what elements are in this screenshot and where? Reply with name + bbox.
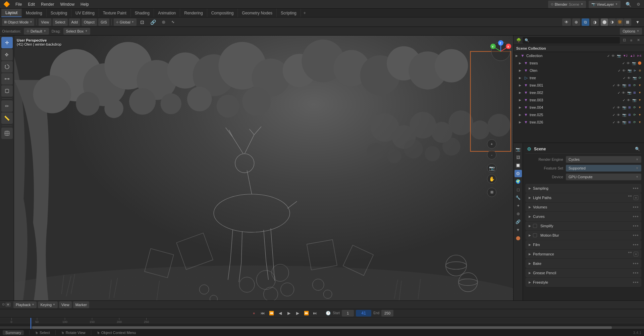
motion-blur-checkbox[interactable] [533,233,537,237]
tab-uv-editing[interactable]: UV Editing [71,9,99,17]
trees-render[interactable]: 📷 [632,61,636,65]
timeline-strip[interactable]: 0 50 100 150 200 250 [0,318,644,329]
trees-check[interactable]: ✓ [622,61,625,65]
blender-logo-btn[interactable]: 🔶 [1,1,12,7]
prop-scene-btn[interactable]: ⚙ [515,170,522,177]
viewport-gizmo[interactable]: Z X Y [489,40,509,60]
record-btn[interactable]: ● [251,310,257,317]
zoom-out-btn[interactable]: - [487,150,496,159]
jump-back-btn[interactable]: ⏪ [268,310,275,317]
view-menu-btn[interactable]: View [39,18,51,26]
simplify-section-header[interactable]: ▶ Simplify [526,222,641,230]
outliner-close-btn[interactable]: ✕ [635,37,641,43]
jump-start-btn[interactable]: ⏮ [259,310,266,317]
tree-render[interactable]: 📷 [632,76,637,80]
render-menu[interactable]: Render [38,1,57,7]
device-selector[interactable]: GPU Compute ▼ [566,174,641,180]
sampling-section-header[interactable]: ▶ Sampling [526,184,641,192]
tree001-check[interactable]: ✓ [612,84,615,87]
tree004-eye[interactable]: 👁 [616,106,621,109]
outliner-item-collection[interactable]: ▶ ▼ Collection ✓ 👁 📷 ▼2 ▲3 ⊳4 [514,52,644,59]
tree001-render[interactable]: 📷 [622,84,627,87]
proportional2-btn[interactable]: ∿ [169,18,177,26]
prop-material-btn[interactable]: ⬤ [515,234,522,242]
prop-modifier-btn[interactable]: 🔧 [515,194,522,201]
tree025-eye[interactable]: 👁 [616,113,621,117]
tree002-check[interactable]: ✓ [618,91,620,95]
outliner-filter-btn[interactable]: ⊡ [621,37,627,43]
collection-eye[interactable]: 👁 [611,54,615,58]
summary-label[interactable]: Summary [3,330,24,335]
prop-view-layer-btn[interactable]: 🔲 [515,162,522,169]
curves-section-header[interactable]: ▶ Curves [526,212,641,221]
mode-selector[interactable]: ⊞ Object Mode ▼ [2,18,34,26]
timeline-scrollbar-thumb[interactable] [32,326,612,329]
outliner-search-input[interactable] [523,37,620,44]
volumes-section-header[interactable]: ▶ Volumes [526,203,641,211]
cursor-tool-btn[interactable]: ✛ [1,37,13,48]
playback-btn[interactable]: Playback ▼ [13,301,37,308]
tab-sculpting[interactable]: Sculpting [47,9,71,17]
tree003-render[interactable]: 📷 [632,98,637,102]
tab-compositing[interactable]: Compositing [207,9,238,17]
solid-shading-btn[interactable]: ⬤ [601,18,608,26]
tree026-eye[interactable]: 👁 [616,121,621,124]
frame-btn[interactable]: ⊞ [487,188,496,197]
outliner-item-tree001[interactable]: ▶ ▼ tree.001 ✓ 👁 📷 ⊞ ⟳ ▼ [514,82,644,89]
tree025-check[interactable]: ✓ [612,113,615,117]
snap-btn[interactable]: ⊡ [138,18,147,26]
filter-btn[interactable]: ⚙ [634,1,643,8]
olen-check[interactable]: ✓ [618,69,621,73]
bake-section-header[interactable]: ▶ Bake [526,259,641,268]
performance-list-btn[interactable]: ≡ [634,252,638,256]
summary-item[interactable]: Summary [3,330,24,335]
prop-constraints-btn[interactable]: 🔗 [515,218,522,226]
feature-set-selector[interactable]: Supported ▼ [566,165,641,172]
tree002-eye[interactable]: 👁 [621,91,626,95]
file-menu[interactable]: File [13,1,24,7]
outliner-item-tree026[interactable]: ▶ ▼ tree.026 ✓ 👁 📷 ⊞ ⟳ ▼ [514,118,644,126]
outliner-item-olen[interactable]: ▶ ▼ Olen ✓ 👁 📷 ⊳ ⊕ [514,67,644,74]
tree004-render[interactable]: 📷 [622,106,627,109]
prop-physics-btn[interactable]: ⊕ [515,210,522,218]
outliner-item-tree025[interactable]: ▶ ▼ tree.025 ✓ 👁 📷 ⊞ ⟳ ▼ [514,111,644,118]
viewlayer-selector[interactable]: 📷 ViewLayer ▼ [589,1,621,8]
motion-blur-section-header[interactable]: ▶ Motion Blur [526,231,641,239]
wireframe-shading-btn[interactable]: ▦ [624,18,631,26]
timeline-scrollbar[interactable] [0,326,644,329]
window-menu[interactable]: Window [57,1,77,7]
xray-btn[interactable]: ◑ [591,18,599,26]
prop-output-btn[interactable]: 🖼 [515,154,522,161]
transform-btn[interactable]: ⊹ Global ▼ [114,18,137,26]
current-frame-input[interactable]: 41 [356,310,371,317]
tab-modeling[interactable]: Modeling [22,9,47,17]
tab-layout[interactable]: Layout [1,9,22,17]
performance-section-header[interactable]: ▶ Performance ≡ [526,250,641,258]
tab-scripting[interactable]: Scripting [277,9,301,17]
render-engine-selector[interactable]: Cycles ▼ [566,156,641,163]
prop-particle-btn[interactable]: ✦ [515,202,522,209]
object-menu-btn[interactable]: Object [82,18,97,26]
edit-menu[interactable]: Edit [25,1,38,7]
add-menu-btn[interactable]: Add [69,18,80,26]
jump-fwd-btn[interactable]: ⏩ [303,310,310,317]
prop-data-btn[interactable]: ▼ [515,226,522,234]
add-cube-btn[interactable] [1,128,13,139]
camera-btn[interactable]: 📷 [487,163,496,173]
tab-animation[interactable]: Animation [154,9,180,17]
tree004-check[interactable]: ✓ [612,106,615,109]
film-section-header[interactable]: ▶ Film [526,241,641,249]
tab-texture-paint[interactable]: Texture Paint [99,9,131,17]
gizmo-btn[interactable]: ⊕ [572,18,580,26]
select-menu-btn[interactable]: Select [53,18,68,26]
annotate-tool-btn[interactable]: ✏ [1,100,13,112]
tab-shading[interactable]: Shading [131,9,154,17]
tree026-render[interactable]: 📷 [622,121,627,124]
collection-check[interactable]: ✓ [607,54,610,58]
search-btn[interactable]: 🔍 [623,1,634,8]
tree026-check[interactable]: ✓ [612,121,615,124]
keying-btn[interactable]: Keying ▼ [38,301,58,308]
outliner-item-tree[interactable]: ▶ ▷ tree ✓ 👁 📷 ⟳ [514,74,644,82]
tree001-eye[interactable]: 👁 [616,84,621,87]
timeline-view-btn[interactable]: View [59,301,72,308]
